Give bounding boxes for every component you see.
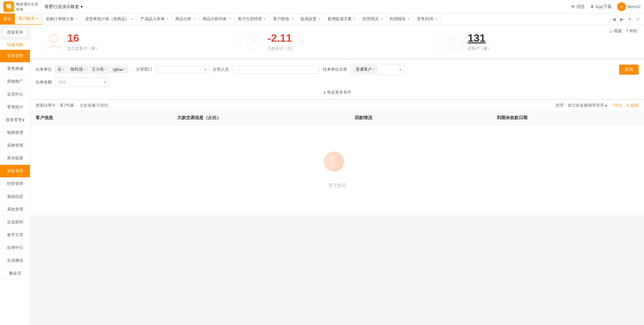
sidebar-item-member[interactable]: 畅会员 [0, 267, 30, 280]
sidebar-item-operation[interactable]: 经营管理 [0, 178, 30, 190]
tab-close-icon[interactable]: × [131, 17, 133, 21]
stat-number-2: -2.11 [267, 32, 296, 44]
sidebar-item-system[interactable]: 系统管理 [0, 203, 30, 216]
filter-tag-wang[interactable]: 王小亮 × [89, 66, 109, 73]
col-header-repayment: 回款情况 [355, 115, 497, 121]
tab-operation[interactable]: 经营情况 × [359, 13, 386, 25]
export-btn[interactable]: ↑ 导出 [611, 103, 622, 108]
tab-label: 提成设置 [300, 16, 316, 22]
message-btn[interactable]: ✉ 消息 [571, 4, 585, 10]
filter-tag-cjttcw[interactable]: cjttcw × [111, 66, 128, 73]
sidebar-item-enterprise[interactable]: 企业协同 [0, 216, 30, 229]
account-dropdown[interactable]: 母婴行业演示账套 ▾ [44, 4, 83, 10]
tab-close-icon[interactable]: × [229, 17, 231, 21]
tab-close-all-btn[interactable]: ✕ [627, 16, 633, 23]
topbar: 畅 畅捷通好生意 标版 母婴行业演示账套 ▾ ✉ 消息 ⬇ App下载 d de… [0, 0, 644, 13]
col-header-customer: 客户信息 [36, 115, 177, 121]
sidebar-item-finance[interactable]: 资金管理 [0, 165, 30, 178]
filter-select-person[interactable]: ··· [232, 66, 319, 74]
tab-close-icon[interactable]: × [194, 17, 196, 21]
tab-goods-analysis[interactable]: 商品分析 × [172, 13, 199, 25]
sidebar-item-ecommerce[interactable]: 电商管理 [0, 127, 30, 139]
tab-new-commission[interactable]: 新增提成方案 × [324, 13, 359, 25]
app-download-btn[interactable]: ⬇ App下载 [590, 4, 612, 10]
tab-retail-profit[interactable]: 零售利润 × [414, 13, 441, 25]
tab-expand-btn[interactable]: ⤢ [635, 16, 641, 23]
user-avatar[interactable]: d demo2 [617, 2, 641, 11]
tab-label: 采购订单统计表 [46, 16, 74, 22]
tab-label: 新增提成方案 [328, 16, 352, 22]
tab-close-icon[interactable]: × [37, 17, 39, 21]
download-icon: ⬇ [590, 4, 594, 9]
tab-close-icon[interactable]: × [318, 17, 320, 21]
sidebar-item-purchase[interactable]: 采购管理 [0, 139, 30, 152]
tag-close-wu[interactable]: × [62, 68, 65, 71]
help-btn[interactable]: ? 帮助 [626, 28, 637, 34]
sort-btn[interactable]: 排序：按欠款金额倒序排序 ▾ [556, 103, 607, 108]
sidebar-item-retail-stats[interactable]: 零售统计 [0, 101, 30, 114]
sidebar-item-wechat[interactable]: 企业微信 [0, 254, 30, 267]
query-btn[interactable]: 查询 [619, 65, 639, 75]
collapse-icon: ∧ [323, 90, 326, 95]
topbar-right: ✉ 消息 ⬇ App下载 d demo2 [571, 2, 641, 11]
sidebar-item-guide[interactable]: 新手引导 [0, 229, 30, 242]
tab-close-icon[interactable]: × [354, 17, 356, 21]
tab-profit-report[interactable]: 利润报告 × [386, 13, 414, 25]
quick-nav-btn[interactable]: 快捷导航 [0, 40, 30, 50]
tab-production-inbound[interactable]: 产成品入库单 × [137, 13, 172, 25]
filter-dots-person[interactable]: ··· [237, 67, 240, 72]
sidebar-item-wholesale[interactable]: 批发管理 ▾ [0, 114, 30, 127]
tab-label: 利润报告 [390, 16, 406, 22]
sidebar-item-app-center[interactable]: 应用中心 [0, 242, 30, 254]
filter-tag-chen[interactable]: 陈民强 × [68, 66, 88, 73]
tag-close-normal[interactable]: × [373, 68, 375, 71]
tab-goods-stats[interactable]: 进货单统计表（按商品） × [82, 13, 137, 25]
tab-close-icon[interactable]: × [264, 17, 266, 21]
empty-state: 暂无数据 [30, 124, 644, 215]
tab-purchase-order[interactable]: 采购订单统计表 × [42, 13, 82, 25]
chevron-down-icon: ▾ [81, 4, 83, 9]
tab-label: 客户联络 [273, 16, 289, 22]
play-icon: ▷ [610, 29, 613, 34]
tab-commission-settings[interactable]: 提成设置 × [297, 13, 324, 25]
tab-goods-analysis-list[interactable]: 商品分析列表 × [199, 13, 234, 25]
sidebar-item-inventory[interactable]: 库存核算 [0, 152, 30, 165]
refresh-icon: ↻ [626, 103, 630, 108]
filter-tag-normal-customer[interactable]: 普通客户 × [353, 66, 377, 73]
filter-tag-wu[interactable]: 伍 × [55, 66, 67, 73]
filter-more-tags[interactable]: ... [129, 67, 133, 72]
results-right: 排序：按欠款金额倒序排序 ▾ ↑ 导出 ↻ 刷新 [556, 103, 639, 108]
tab-close-icon[interactable]: × [291, 17, 293, 21]
tab-close-icon[interactable]: × [381, 17, 383, 21]
tag-close-chen[interactable]: × [84, 68, 86, 71]
tab-close-icon[interactable]: × [76, 17, 78, 21]
video-btn[interactable]: ▷ 视频 [610, 28, 622, 34]
sidebar-item-retail-mall[interactable]: 零售商城 [0, 63, 30, 75]
filter-select-unit-class[interactable]: 普通客户 × ▾ [350, 64, 404, 75]
avatar: d [617, 2, 626, 11]
tab-close-icon[interactable]: × [408, 17, 410, 21]
refresh-btn[interactable]: ↻ 刷新 [626, 103, 639, 108]
logo-text: 畅捷通好生意 标版 [16, 2, 38, 11]
search-menu-btn[interactable]: 搜索菜单 [3, 28, 27, 37]
filter-select-dept[interactable]: ▾ [156, 66, 209, 73]
sidebar-item-marketing[interactable]: 营销推广 [0, 75, 30, 88]
tag-close-wang[interactable]: × [105, 68, 107, 71]
tab-customer-contact[interactable]: 客户联络 × [270, 13, 297, 25]
tab-next-btn[interactable]: ▶ [618, 16, 625, 23]
filter-select-balance[interactable]: 选择... ▾ [55, 78, 109, 87]
sidebar-item-retail[interactable]: 零售管理 [0, 50, 30, 63]
sidebar-item-member-center[interactable]: 会员中心 [0, 88, 30, 101]
collapse-filter-btn[interactable]: ∧ 收起更多条件 [36, 89, 639, 95]
tag-close-cjttcw[interactable]: × [124, 68, 126, 71]
main-layout: 搜索菜单 快捷导航 零售管理 零售商城 营销推广 会员中心 零售统计 批发管理 … [0, 25, 644, 325]
tab-prev-btn[interactable]: ◀ [610, 16, 617, 23]
tab-close-icon[interactable]: × [435, 17, 437, 21]
tab-close-icon[interactable]: × [167, 17, 169, 21]
sidebar-item-basic-info[interactable]: 基础信息 [0, 190, 30, 203]
search-result-text: 搜索结果中：客户0家 [36, 103, 74, 108]
tab-home[interactable]: 首页 [0, 13, 15, 25]
tab-customer-account[interactable]: 客户账本 × [15, 13, 42, 25]
tab-customer-layer[interactable]: 客户分层经营 × [234, 13, 270, 25]
tab-label: 经营情况 [362, 16, 379, 22]
